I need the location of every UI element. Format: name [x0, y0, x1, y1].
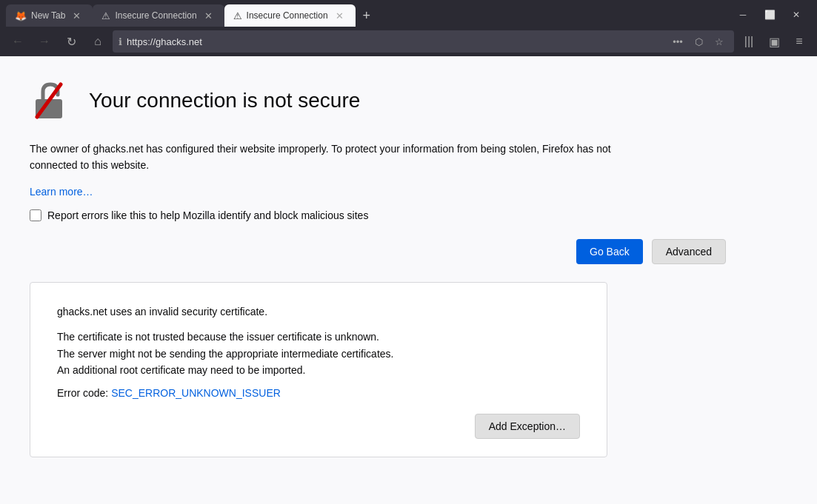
pocket-icon[interactable]: ⬡ [690, 33, 707, 50]
advanced-line4: An additional root certificate may need … [57, 364, 305, 376]
error-header: Your connection is not secure [30, 78, 787, 123]
advanced-panel: ghacks.net uses an invalid security cert… [30, 282, 607, 458]
learn-more-link[interactable]: Learn more… [30, 186, 787, 198]
advanced-line3: The server might not be sending the appr… [57, 348, 393, 360]
advanced-lines-2-3-4: The certificate is not trusted because t… [57, 329, 580, 378]
error-title: Your connection is not secure [89, 89, 360, 112]
error-description: The owner of ghacks.net has configured t… [30, 141, 622, 174]
warning-favicon-1: ⚠ [101, 10, 110, 21]
error-code-line: Error code: SEC_ERROR_UNKNOWN_ISSUER [57, 387, 580, 399]
tab-insecure-1[interactable]: ⚠ Insecure Connection ✕ [93, 4, 224, 27]
error-code-link[interactable]: SEC_ERROR_UNKNOWN_ISSUER [111, 387, 281, 399]
advanced-line1: ghacks.net uses an invalid security cert… [57, 303, 580, 320]
tab-insecure-2-close[interactable]: ✕ [333, 9, 347, 23]
back-button[interactable]: ← [6, 30, 30, 53]
error-code-prefix: Error code: [57, 387, 111, 399]
report-errors-checkbox[interactable] [30, 209, 41, 221]
tab-insecure-2[interactable]: ⚠ Insecure Connection ✕ [224, 4, 356, 27]
advanced-button[interactable]: Advanced [652, 239, 726, 264]
menu-button[interactable]: ≡ [787, 30, 811, 53]
new-tab-button[interactable]: + [356, 4, 378, 27]
firefox-favicon: 🦊 [15, 10, 27, 21]
security-info-icon[interactable]: ℹ [119, 36, 122, 47]
address-bar[interactable]: ℹ https://ghacks.net ••• ⬡ ☆ [113, 30, 734, 53]
advanced-line2: The certificate is not trusted because t… [57, 331, 379, 343]
reload-button[interactable]: ↻ [59, 30, 83, 53]
go-back-button[interactable]: Go Back [576, 239, 643, 264]
checkbox-label: Report errors like this to help Mozilla … [47, 209, 368, 221]
warning-favicon-2: ⚠ [233, 10, 242, 21]
tab-insecure-2-label: Insecure Connection [247, 10, 328, 21]
navigation-bar: ← → ↻ ⌂ ℹ https://ghacks.net ••• ⬡ ☆ |||… [0, 27, 817, 56]
forward-button[interactable]: → [33, 30, 56, 53]
add-exception-button[interactable]: Add Exception… [475, 414, 580, 439]
tab-new-tab-label: New Tab [31, 10, 65, 21]
tab-insecure-1-close[interactable]: ✕ [201, 9, 216, 23]
page-content: Your connection is not secure The owner … [0, 56, 817, 504]
tab-new-tab[interactable]: 🦊 New Tab ✕ [6, 4, 93, 27]
restore-button[interactable]: ⬜ [758, 3, 781, 27]
lock-icon-container [30, 78, 74, 123]
checkbox-row: Report errors like this to help Mozilla … [30, 209, 787, 221]
minimize-button[interactable]: ─ [731, 3, 755, 27]
address-url: https://ghacks.net [127, 36, 664, 47]
more-options-icon[interactable]: ••• [669, 33, 687, 50]
home-button[interactable]: ⌂ [86, 30, 110, 53]
insecure-lock-icon [30, 78, 74, 123]
address-actions: ••• ⬡ ☆ [669, 33, 728, 50]
tab-new-tab-close[interactable]: ✕ [70, 9, 84, 23]
toolbar-right: ||| ▣ ≡ [737, 30, 811, 53]
tab-bar: 🦊 New Tab ✕ ⚠ Insecure Connection ✕ ⚠ In… [0, 0, 817, 27]
tab-insecure-1-label: Insecure Connection [115, 10, 196, 21]
bookmark-icon[interactable]: ☆ [710, 33, 728, 50]
browser-chrome: 🦊 New Tab ✕ ⚠ Insecure Connection ✕ ⚠ In… [0, 0, 817, 56]
close-button[interactable]: ✕ [784, 3, 808, 27]
button-row: Go Back Advanced [30, 239, 726, 264]
collections-button[interactable]: ||| [737, 30, 761, 53]
sidebar-button[interactable]: ▣ [762, 30, 786, 53]
add-exception-row: Add Exception… [57, 414, 580, 439]
